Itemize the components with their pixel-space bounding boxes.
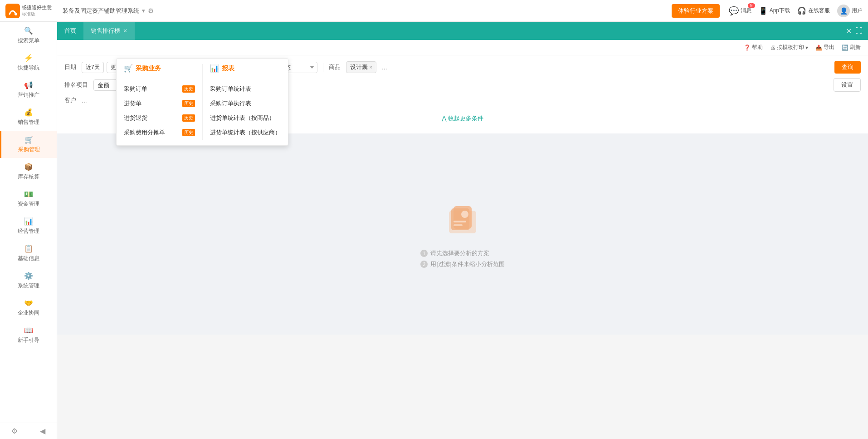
empty-tips-list: 1 请先选择要分析的方案 2 用[过滤]条件来缩小分析范围 [420, 249, 504, 271]
dropdown-item-expense-spread[interactable]: 采购费用分摊单 历史 [124, 125, 195, 140]
export-btn[interactable]: 📤 导出 [815, 44, 834, 51]
export-icon: 📤 [815, 44, 822, 51]
sidebar-item-purchase[interactable]: 🛒 采购管理 [0, 131, 57, 158]
sidebar-label-finance: 资金管理 [18, 200, 39, 208]
help-icon: ❓ [744, 44, 751, 51]
dropdown-item-stock-stats-supplier[interactable]: 进货单统计表（按供应商） [210, 125, 281, 140]
industry-btn[interactable]: 体验行业方案 [672, 4, 720, 18]
goods-ellipsis-btn[interactable]: ... [382, 64, 387, 71]
logo-line2: 标准版 [22, 11, 52, 17]
dropdown-item-label: 采购订单 [124, 85, 147, 93]
sidebar-item-quick-nav[interactable]: ⚡ 快捷导航 [0, 49, 57, 76]
dropdown-arrow-icon[interactable]: ▾ [142, 7, 145, 14]
money-icon: 💰 [24, 108, 33, 117]
collapse-btn[interactable]: ⋀ 收起更多条件 [439, 112, 487, 125]
dropdown-col2-title: 报表 [222, 64, 234, 73]
message-icon: 💬 [729, 6, 739, 16]
settings-icon[interactable]: ⚙ [148, 7, 154, 15]
tip-num-2: 2 [420, 261, 428, 268]
goods-label: 商品 [329, 63, 341, 71]
sidebar-item-basic-info[interactable]: 📋 基础信息 [0, 240, 57, 267]
sidebar-collapse-btn[interactable]: ◀ [40, 427, 45, 435]
setting-btn[interactable]: 设置 [834, 78, 861, 92]
tab-close-page-btn[interactable]: ✕ [846, 27, 852, 35]
export-label: 导出 [824, 44, 834, 51]
sidebar-label-guide: 新手引导 [18, 336, 39, 344]
logo-line1: 畅捷通好生意 [22, 4, 52, 10]
sidebar-item-search[interactable]: 🔍 搜索菜单 [0, 22, 57, 49]
box-icon: 📦 [24, 163, 33, 171]
sidebar-item-cooperation[interactable]: 🤝 企业协同 [0, 294, 57, 321]
tab-sales-rank-label: 销售排行榜 [91, 27, 120, 35]
goods-tag-close-btn[interactable]: × [370, 64, 372, 70]
customer-label: 客户 [64, 96, 76, 104]
sidebar-item-finance[interactable]: 💵 资金管理 [0, 185, 57, 212]
dropdown-col1-title: 采购业务 [136, 64, 161, 73]
sidebar-item-system[interactable]: ⚙️ 系统管理 [0, 267, 57, 294]
purchase-icon: 🛒 [124, 64, 133, 73]
report-icon: 📊 [210, 64, 219, 73]
tab-maximize-btn[interactable]: ⛶ [855, 27, 863, 35]
history-badge: 历史 [182, 100, 195, 107]
tip-text-2: 用[过滤]条件来缩小分析范围 [430, 260, 504, 268]
dropdown-item-label: 采购费用分摊单 [124, 128, 165, 137]
collapse-label: 收起更多条件 [448, 115, 483, 122]
print-btn[interactable]: 🖨 按模板打印 ▾ [770, 44, 808, 51]
sidebar-item-inventory[interactable]: 📦 库存核算 [0, 158, 57, 185]
dropdown-item-stock-in[interactable]: 进货单 历史 [124, 96, 195, 111]
history-badge: 历史 [182, 114, 195, 122]
help-btn[interactable]: ❓ 帮助 [744, 44, 763, 51]
sidebar-label-purchase: 采购管理 [18, 146, 40, 153]
handshake-icon: 🤝 [24, 299, 33, 307]
svg-rect-5 [454, 221, 466, 222]
empty-illustration [440, 197, 485, 244]
tab-sales-rank[interactable]: 销售排行榜 ✕ [83, 22, 135, 40]
content-with-dropdown: 🛒 采购业务 采购订单 历史 进货单 历史 进货退货 [57, 40, 868, 335]
query-btn[interactable]: 查询 [834, 61, 861, 74]
refresh-btn[interactable]: 🔄 刷新 [842, 44, 861, 51]
refresh-label: 刷新 [850, 44, 861, 51]
user-btn[interactable]: 👤 用户 [837, 5, 863, 17]
svg-point-0 [15, 13, 17, 15]
dropdown-item-return[interactable]: 进货退货 历史 [124, 111, 195, 125]
headset-icon: 🎧 [797, 6, 806, 15]
sidebar-label-search: 搜索菜单 [18, 37, 39, 44]
search-icon: 🔍 [24, 26, 33, 35]
gear-icon: ⚙️ [24, 271, 33, 280]
online-service-btn[interactable]: 🎧 在线客服 [797, 6, 830, 15]
megaphone-icon: 📢 [24, 81, 33, 89]
sidebar-item-guide[interactable]: 📖 新手引导 [0, 321, 57, 349]
phone-icon: 📱 [759, 6, 768, 15]
sidebar-item-marketing[interactable]: 📢 营销推广 [0, 76, 57, 104]
sidebar-label-system: 系统管理 [18, 282, 39, 290]
dropdown-item-label: 进货单统计表（按供应商） [210, 128, 281, 137]
message-label: 消息 [741, 7, 751, 15]
sidebar-settings-btn[interactable]: ⚙ [11, 427, 18, 435]
dropdown-item-po-exec[interactable]: 采购订单执行表 [210, 96, 281, 111]
main-area: 🔍 搜索菜单 ⚡ 快捷导航 📢 营销推广 💰 销售管理 🛒 采购管理 📦 [0, 22, 868, 439]
sidebar-label-quick-nav: 快捷导航 [18, 64, 39, 72]
chart-icon: 📊 [24, 217, 33, 226]
history-badge: 历史 [182, 129, 195, 136]
system-title-area: 装备及固定资产辅助管理系统 ▾ ⚙ [63, 7, 672, 15]
top-bar: 畅捷通好生意 标准版 装备及固定资产辅助管理系统 ▾ ⚙ 体验行业方案 💬 9 … [0, 0, 868, 22]
tab-home[interactable]: 首页 [57, 22, 83, 40]
sidebar-label-marketing: 营销推广 [18, 91, 39, 99]
app-download-btn[interactable]: 📱 App下载 [759, 6, 790, 15]
tab-close-btn[interactable]: ✕ [123, 28, 127, 34]
cash-icon: 💵 [24, 190, 33, 198]
setting-btn-wrap: 设置 [834, 78, 861, 92]
sidebar-item-operations[interactable]: 📊 经营管理 [0, 212, 57, 240]
dropdown-item-po-stats[interactable]: 采购订单统计表 [210, 82, 281, 96]
dropdown-menu: 🛒 采购业务 采购订单 历史 进货单 历史 进货退货 [116, 58, 288, 146]
sidebar-item-sales[interactable]: 💰 销售管理 [0, 104, 57, 131]
dropdown-item-stock-stats-goods[interactable]: 进货单统计表（按商品） [210, 111, 281, 125]
message-btn[interactable]: 💬 9 消息 [729, 6, 751, 16]
sidebar-label-basic-info: 基础信息 [18, 255, 39, 262]
content-area: 首页 销售排行榜 ✕ ✕ ⛶ 🛒 采购业 [57, 22, 868, 439]
customer-ellipsis-btn[interactable]: ... [82, 97, 87, 104]
tip-text-1: 请先选择要分析的方案 [430, 249, 489, 257]
date-btn-recent7[interactable]: 近7天 [82, 62, 104, 73]
dropdown-item-purchase-order[interactable]: 采购订单 历史 [124, 82, 195, 96]
dropdown-item-label: 进货退货 [124, 114, 147, 122]
